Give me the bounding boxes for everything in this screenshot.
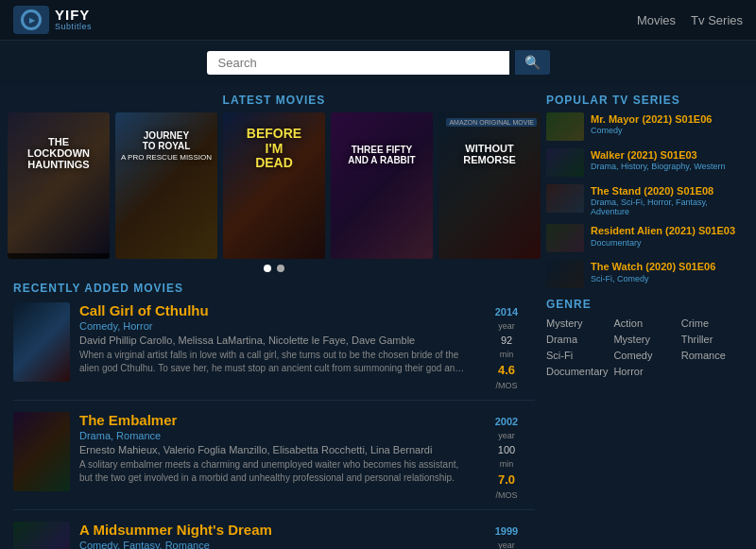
meta-mins-label-1: min [500,350,514,359]
meta-year-1: 2014 [495,306,518,317]
nav-movies[interactable]: Movies [637,13,676,27]
tv-title-4[interactable]: Resident Alien (2021) S01E03 [591,224,735,237]
genre-comedy[interactable]: Comedy [613,349,675,362]
dot-2[interactable] [277,265,284,272]
meta-year-2: 2002 [495,416,518,427]
movie-info-2: The Embalmer Drama, Romance Ernesto Mahi… [79,412,469,500]
search-input[interactable] [207,51,509,75]
genre-action[interactable]: Action [613,317,675,330]
genre-documentary[interactable]: Documentary [546,365,608,378]
right-column: POPULAR TV SERIES Mr. Mayor (2021) S01E0… [535,86,743,549]
movie-meta-3: 1999 year 116 min 6.4 /MOS [478,522,535,549]
tv-item-4: Resident Alien (2021) S01E03 Documentary [546,224,743,252]
movie-info-3: A Midsummer Night's Dream Comedy, Fantas… [79,522,469,549]
dot-1[interactable] [264,265,271,272]
tv-info-5: The Watch (2020) S01E06 Sci-Fi, Comedy [591,260,715,283]
poster-label-1 [8,253,110,259]
tv-item-3: The Stand (2020) S01E08 Drama, Sci-Fi, H… [546,184,743,216]
movie-thumb-2[interactable] [13,412,70,491]
meta-rating-1: 4.6 [498,363,515,377]
meta-year-label-1: year [498,321,515,331]
tv-item-5: The Watch (2020) S01E06 Sci-Fi, Comedy [546,260,743,288]
genre-empty [681,365,743,378]
poster-4[interactable]: THREE FIFTYAND A RABBIT [331,112,433,259]
movie-thumb-3[interactable] [13,522,70,549]
search-button[interactable]: 🔍 [515,50,550,75]
logo-box [13,6,49,34]
tv-title-2[interactable]: Walker (2021) S01E03 [591,148,726,162]
search-bar: 🔍 [0,41,756,86]
tv-info-2: Walker (2021) S01E03 Drama, History, Bio… [591,148,726,171]
tv-thumb-3[interactable] [546,184,584,213]
logo: YIFY Subtitles [13,6,92,34]
tv-item-1: Mr. Mayor (2021) S01E06 Comedy [546,112,743,141]
movie-meta-1: 2014 year 92 min 4.6 /MOS [478,302,535,390]
movie-item-1: Call Girl of Cthulhu Comedy, Horror Davi… [13,302,535,401]
tv-thumb-2[interactable] [546,148,584,177]
tv-item-2: Walker (2021) S01E03 Drama, History, Bio… [546,148,743,177]
poster-3[interactable]: BEFOREI'MDEAD [223,112,325,259]
tv-info-3: The Stand (2020) S01E08 Drama, Sci-Fi, H… [591,184,743,216]
meta-rating-label-1: /MOS [495,381,517,390]
main-content: LATEST MOVIES THELOCKDOWNHAUNTINGS JOURN… [0,86,756,549]
movie-cast-2: Ernesto Mahieux, Valerio Foglia Manzillo… [79,444,469,455]
genre-crime[interactable]: Crime [681,317,743,330]
latest-movies-title: LATEST MOVIES [13,94,535,107]
movie-title-3[interactable]: A Midsummer Night's Dream [79,522,469,538]
genre-scifi[interactable]: Sci-Fi [546,349,608,362]
logo-subtitle: Subtitles [55,23,92,32]
nav-tv-series[interactable]: Tv Series [691,13,743,27]
movie-genre-1: Comedy, Horror [79,320,469,332]
logo-yify: YIFY [55,8,92,24]
genre-thriller[interactable]: Thriller [681,333,743,346]
nav-links: Movies Tv Series [637,13,743,27]
meta-rating-2: 7.0 [498,472,515,487]
film-icon [21,9,42,30]
left-column: LATEST MOVIES THELOCKDOWNHAUNTINGS JOURN… [13,86,535,549]
tv-genre-5: Sci-Fi, Comedy [591,274,715,283]
carousel-dots [13,265,535,272]
movie-title-2[interactable]: The Embalmer [79,412,469,428]
genre-horror[interactable]: Horror [613,365,675,378]
movie-genre-2: Drama, Romance [79,430,469,441]
movie-desc-2: A solitary embalmer meets a charming and… [79,458,469,485]
movie-carousel: THELOCKDOWNHAUNTINGS JOURNEYTO ROYALA PR… [13,112,535,259]
poster-1[interactable]: THELOCKDOWNHAUNTINGS [8,112,110,259]
meta-year-3: 1999 [495,525,518,537]
meta-mins-2: 100 [498,444,515,455]
movie-item-2: The Embalmer Drama, Romance Ernesto Mahi… [13,412,535,510]
tv-thumb-1[interactable] [546,112,584,141]
genre-romance[interactable]: Romance [681,349,743,362]
genre-section-title: GENRE [546,298,743,311]
tv-genre-4: Documentary [591,238,735,248]
poster-5[interactable]: WITHOUTREMORSE AMAZON ORIGINAL MOVIE [438,112,541,259]
meta-mins-1: 92 [501,335,512,346]
tv-genre-2: Drama, History, Biography, Western [591,162,726,171]
tv-genre-3: Drama, Sci-Fi, Horror, Fantasy, Adventur… [591,197,743,216]
genre-grid: Mystery Action Crime Drama Mystery Thril… [546,317,743,378]
movie-info-1: Call Girl of Cthulhu Comedy, Horror Davi… [79,302,469,390]
movie-title-1[interactable]: Call Girl of Cthulhu [79,302,469,318]
popular-tv-title: POPULAR TV SERIES [546,94,743,107]
search-icon: 🔍 [524,55,541,70]
movie-item-3: A Midsummer Night's Dream Comedy, Fantas… [13,522,535,549]
logo-text: YIFY Subtitles [55,8,92,32]
tv-info-1: Mr. Mayor (2021) S01E06 Comedy [591,112,712,135]
movie-cast-1: David Phillip Carollo, Melissa LaMartina… [79,335,469,346]
tv-info-4: Resident Alien (2021) S01E03 Documentary [591,224,735,247]
poster-2[interactable]: JOURNEYTO ROYALA PRO RESCUE MISSION [115,112,217,259]
genre-mystery[interactable]: Mystery [546,317,608,330]
movie-genre-3: Comedy, Fantasy, Romance [79,540,469,549]
movie-thumb-1[interactable] [13,302,70,382]
movie-desc-1: When a virginal artist falls in love wit… [79,349,469,375]
genre-drama[interactable]: Drama [546,333,608,346]
genre-mystery2[interactable]: Mystery [613,333,675,346]
tv-title-3[interactable]: The Stand (2020) S01E08 [591,184,743,197]
tv-thumb-4[interactable] [546,224,584,252]
tv-thumb-5[interactable] [546,260,584,288]
tv-title-1[interactable]: Mr. Mayor (2021) S01E06 [591,112,712,126]
movie-meta-2: 2002 year 100 min 7.0 /MOS [478,412,535,500]
tv-genre-1: Comedy [591,126,712,135]
tv-title-5[interactable]: The Watch (2020) S01E06 [591,260,715,273]
recently-added-title: RECENTLY ADDED MOVIES [13,282,535,295]
